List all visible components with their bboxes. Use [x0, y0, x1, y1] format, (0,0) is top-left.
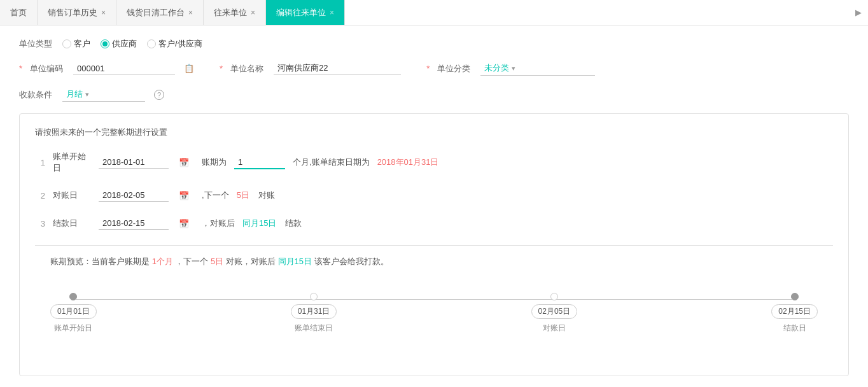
payment-terms-row: 收款条件 月结 ▾ ? — [19, 87, 849, 102]
help-icon[interactable]: ? — [154, 90, 164, 100]
radio-both-circle — [147, 39, 156, 48]
node-badge-1: 01月31日 — [291, 304, 337, 319]
preview-suffix: 该客户会给我打款。 — [314, 257, 389, 266]
unit-name-input[interactable] — [274, 62, 401, 75]
row-1-date: 2018-01-01 — [99, 156, 169, 169]
preview-part2: 5日 — [211, 257, 223, 266]
node-circle-1 — [310, 293, 318, 300]
unit-code-icon[interactable]: 📋 — [184, 64, 194, 73]
unit-type-label: 单位类型 — [19, 38, 52, 50]
unit-name-label: 单位名称 — [230, 63, 263, 74]
unit-type-radio-group: 客户 供应商 客户/供应商 — [62, 38, 202, 50]
tab-cash-work[interactable]: 钱货日清工作台 × — [116, 0, 204, 25]
section-title: 请按照未来的一个完整帐期进行设置 — [35, 127, 833, 138]
row-2-date: 2018-02-05 — [99, 189, 169, 202]
unit-category-value: 未分类 — [484, 62, 509, 74]
preview-part3: 同月15日 — [278, 257, 312, 266]
row-1-num: 1 — [35, 158, 45, 167]
tab-home[interactable]: 首页 — [0, 0, 38, 25]
row-1-prefix: 账期为 — [202, 157, 227, 168]
unit-category-label: 单位分类 — [437, 63, 470, 74]
node-circle-0 — [69, 293, 77, 300]
unit-name-star: * — [220, 64, 223, 73]
radio-both[interactable]: 客户/供应商 — [147, 38, 202, 50]
unit-category-arrow: ▾ — [512, 64, 515, 73]
row-2-label: 对账日 — [53, 190, 91, 201]
unit-category-star: * — [426, 64, 430, 73]
timeline-node-0: 01月01日 账单开始日 — [50, 293, 97, 334]
unit-type-row: 单位类型 客户 供应商 客户/供应商 — [19, 38, 849, 50]
period-input[interactable] — [234, 156, 285, 169]
row-1-suffix: 个月,账单结束日期为 — [293, 157, 370, 168]
radio-supplier-circle — [101, 39, 109, 48]
radio-customer[interactable]: 客户 — [62, 38, 90, 50]
tab-partners-close[interactable]: × — [251, 8, 255, 17]
unit-code-input[interactable] — [73, 62, 175, 75]
row-1-label: 账单开始日 — [53, 151, 91, 174]
preview-section: 账期预览：当前客户账期是 1个月 ，下一个 5日 对账，对账后 同月15日 该客… — [35, 245, 833, 363]
tab-edit-partner[interactable]: 编辑往来单位 × — [266, 0, 345, 25]
radio-supplier[interactable]: 供应商 — [101, 38, 137, 50]
payment-terms-dropdown[interactable]: 月结 ▾ — [62, 87, 145, 102]
row-3-num: 3 — [35, 219, 45, 229]
timeline-node-2: 02月05日 对账日 — [531, 293, 578, 334]
timeline-node-1: 01月31日 账单结束日 — [291, 293, 337, 334]
row-3-prefix: ，对账后 — [202, 218, 235, 229]
period-section: 请按照未来的一个完整帐期进行设置 1 账单开始日 2018-01-01 📅 账期… — [19, 113, 849, 376]
row-1-highlight: 2018年01月31日 — [377, 157, 439, 168]
radio-supplier-label: 供应商 — [112, 38, 137, 50]
tab-edit-partner-close[interactable]: × — [330, 8, 334, 17]
node-badge-2: 02月05日 — [531, 304, 578, 319]
row-1-cal[interactable]: 📅 — [179, 158, 189, 167]
node-label-3: 结款日 — [783, 323, 806, 334]
node-label-0: 账单开始日 — [54, 323, 92, 334]
preview-connector1: ，下一个 — [175, 257, 208, 266]
preview-part1: 1个月 — [152, 257, 173, 266]
node-circle-2 — [550, 293, 558, 300]
radio-both-label: 客户/供应商 — [158, 38, 202, 50]
row-3-cal[interactable]: 📅 — [179, 219, 189, 229]
payment-terms-value: 月结 — [66, 88, 83, 100]
node-circle-3 — [791, 293, 799, 300]
tab-partners[interactable]: 往来单位 × — [204, 0, 266, 25]
node-label-1: 账单结束日 — [295, 323, 333, 334]
unit-info-row: * 单位编码 📋 * 单位名称 * 单位分类 未分类 ▾ — [19, 61, 849, 76]
row-3-date: 2018-02-15 — [99, 217, 169, 230]
node-badge-3: 02月15日 — [771, 304, 818, 319]
preview-label: 账期预览：当前客户账期是 — [50, 257, 150, 266]
node-label-2: 对账日 — [543, 323, 566, 334]
payment-terms-label: 收款条件 — [19, 89, 52, 101]
row-3-label: 结款日 — [53, 218, 91, 229]
timeline-nodes: 01月01日 账单开始日 01月31日 账单结束日 02月05日 对账日 — [50, 293, 818, 334]
tab-sales-history[interactable]: 销售订单历史 × — [38, 0, 116, 25]
tabs-arrow[interactable]: ▶ — [849, 8, 868, 17]
timeline: 01月01日 账单开始日 01月31日 账单结束日 02月05日 对账日 — [50, 280, 818, 353]
main-content: 单位类型 客户 供应商 客户/供应商 * 单位编码 📋 * 单位名称 * 单位分… — [0, 25, 868, 387]
node-badge-0: 01月01日 — [50, 304, 97, 319]
tab-cash-work-close[interactable]: × — [188, 8, 193, 17]
row-2-highlight: 5日 — [237, 190, 249, 201]
unit-code-star: * — [19, 64, 22, 73]
row-2-num: 2 — [35, 191, 45, 201]
tab-sales-history-close[interactable]: × — [101, 8, 106, 17]
tabs-bar: 首页 销售订单历史 × 钱货日清工作台 × 往来单位 × 编辑往来单位 × ▶ — [0, 0, 868, 25]
row-2-suffix: 对账 — [258, 190, 275, 201]
row-start-date: 1 账单开始日 2018-01-01 📅 账期为 个月,账单结束日期为 2018… — [35, 151, 833, 174]
payment-terms-arrow: ▾ — [85, 90, 89, 99]
unit-code-label: 单位编码 — [30, 63, 63, 74]
row-2-cal[interactable]: 📅 — [179, 191, 189, 201]
row-payment-date: 3 结款日 2018-02-15 📅 ，对账后 同月15日 结款 — [35, 217, 833, 230]
row-3-suffix: 结款 — [285, 218, 302, 229]
preview-connector2: 对账，对账后 — [226, 257, 276, 266]
unit-category-dropdown[interactable]: 未分类 ▾ — [480, 61, 595, 76]
timeline-node-3: 02月15日 结款日 — [771, 293, 818, 334]
row-reconcile-date: 2 对账日 2018-02-05 📅 ,下一个 5日 对账 — [35, 189, 833, 202]
radio-customer-label: 客户 — [74, 38, 90, 50]
row-3-highlight: 同月15日 — [242, 218, 276, 229]
radio-customer-circle — [62, 39, 71, 48]
preview-text: 账期预览：当前客户账期是 1个月 ，下一个 5日 对账，对账后 同月15日 该客… — [50, 256, 818, 267]
row-2-prefix: ,下一个 — [202, 190, 229, 201]
